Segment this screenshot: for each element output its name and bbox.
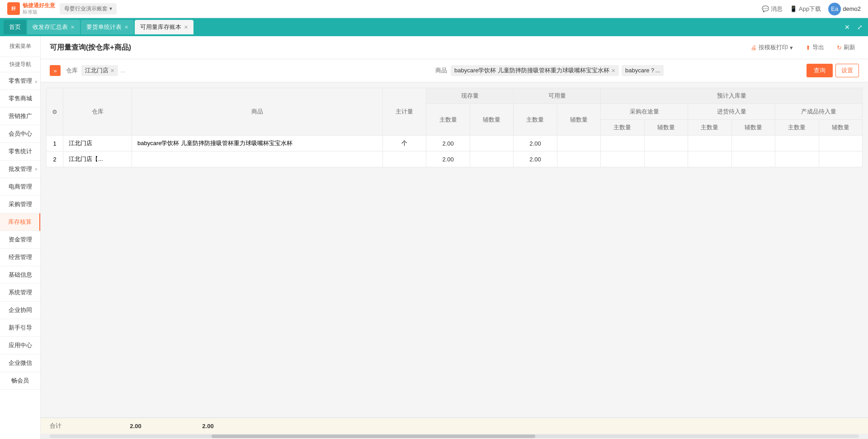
- expand-icon: ▼: [34, 167, 38, 172]
- home-tab-label: 首页: [9, 23, 21, 31]
- sidebar-item-apps[interactable]: 应用中心: [0, 337, 40, 354]
- sidebar-item-label: 新手引导: [9, 324, 32, 332]
- production-in-group: 产成品待入量: [775, 104, 863, 120]
- print-button[interactable]: 🖨 按模板打印 ▾: [747, 42, 797, 53]
- goods-aux-header: 辅数量: [731, 120, 775, 136]
- product-tag-remove[interactable]: ✕: [611, 68, 615, 74]
- warehouse-tag-remove[interactable]: ✕: [110, 68, 114, 74]
- tab-stock[interactable]: 可用量库存账本 ✕: [135, 20, 193, 34]
- sidebar-item-retail-stats[interactable]: 零售统计: [0, 143, 40, 160]
- filter-row: » 仓库 江北门店 ✕ ... 商品 babycare学饮杯 儿童防摔防撞吸管杯…: [41, 59, 868, 82]
- sidebar-item-label: 系统管理: [9, 288, 32, 297]
- stock-aux-header: 辅数量: [470, 104, 513, 136]
- brand-info: 畅捷通好生意 标准版: [23, 2, 55, 15]
- row2-goods-main: [688, 151, 731, 167]
- app-download-label: App下载: [799, 5, 821, 13]
- receipts-close-icon[interactable]: ✕: [71, 24, 75, 30]
- tab-bar-right: ✕ ⤢: [843, 23, 864, 32]
- expand-icon: ▲: [34, 79, 38, 84]
- sidebar-item-purchase[interactable]: 采购管理: [0, 196, 40, 213]
- tab-home[interactable]: 首页: [4, 20, 26, 34]
- sidebar-item-label: 畅会员: [11, 377, 29, 385]
- quick-nav-button[interactable]: 快捷导航: [0, 57, 40, 72]
- row2-warehouse: 江北门店【...: [63, 151, 132, 167]
- row1-stock-main: 2.00: [426, 136, 470, 151]
- sidebar-item-basic[interactable]: 基础信息: [0, 266, 40, 284]
- app-download-button[interactable]: 📱 App下载: [790, 5, 821, 13]
- sidebar-item-inventory[interactable]: 库存核算: [0, 213, 40, 231]
- sidebar-item-label: 零售管理: [9, 77, 32, 85]
- orders-close-icon[interactable]: ✕: [124, 24, 128, 30]
- tab-orders[interactable]: 要货单统计表 ✕: [81, 20, 134, 34]
- sidebar-item-label: 应用中心: [9, 341, 32, 349]
- close-window-button[interactable]: ✕: [843, 23, 852, 32]
- filter-actions: 查询 设置: [807, 64, 859, 77]
- sidebar-item-ecom[interactable]: 电商管理: [0, 178, 40, 196]
- sidebar-item-guide[interactable]: 新手引导: [0, 319, 40, 337]
- row1-index: 1: [47, 136, 63, 151]
- message-icon: 💬: [762, 5, 769, 12]
- footer-avail-aux: [226, 423, 262, 430]
- export-icon: ⬆: [806, 44, 811, 51]
- row1-product: babycare学饮杯 儿童防摔防撞吸管杯重力球吸嘴杯宝宝水杯: [132, 136, 383, 151]
- filter-section: 仓库 江北门店 ✕ ... 商品 babycare学饮杯 儿童防摔防撞吸管杯重力…: [66, 65, 801, 76]
- search-menu-button[interactable]: 搜索菜单: [4, 40, 37, 53]
- refresh-button[interactable]: ↻ 刷新: [833, 42, 859, 53]
- query-button[interactable]: 查询: [807, 64, 833, 77]
- row2-avail-main: 2.00: [514, 151, 557, 167]
- sidebar-item-wechat[interactable]: 企业微信: [0, 354, 40, 372]
- settings-button[interactable]: 设置: [835, 64, 859, 77]
- row1-prod-main: [775, 136, 819, 151]
- sidebar-item-label: 基础信息: [9, 271, 32, 279]
- tab-bar: 首页 收发存汇总表 ✕ 要货单统计表 ✕ 可用量库存账本 ✕ ✕ ⤢: [0, 18, 868, 36]
- industry-label: 母婴行业演示账套: [64, 5, 108, 13]
- print-dropdown-icon: ▾: [790, 44, 793, 51]
- user-area[interactable]: Ea demo2: [828, 3, 861, 15]
- sidebar-item-enterprise[interactable]: 企业协同: [0, 302, 40, 319]
- avail-main-header: 主数量: [514, 104, 557, 136]
- scrollbar-thumb[interactable]: [212, 434, 535, 438]
- stock-close-icon[interactable]: ✕: [184, 24, 188, 30]
- warehouse-more[interactable]: ...: [121, 67, 125, 74]
- stock-main-header: 主数量: [426, 104, 470, 136]
- tab-receipts[interactable]: 收发存汇总表 ✕: [27, 20, 80, 34]
- horizontal-scrollbar[interactable]: [41, 434, 868, 439]
- template-tag: 标准版: [23, 9, 55, 15]
- sidebar-item-finance[interactable]: 资金管理: [0, 231, 40, 249]
- sidebar-item-label: 电商管理: [9, 183, 32, 191]
- sidebar-item-operation[interactable]: 经营管理: [0, 249, 40, 266]
- row2-avail-aux: [557, 151, 600, 167]
- sidebar-item-member[interactable]: 会员中心: [0, 125, 40, 143]
- row1-stock-aux: [470, 136, 513, 151]
- sidebar-item-label: 经营管理: [9, 253, 32, 261]
- sidebar-item-system[interactable]: 系统管理: [0, 284, 40, 302]
- sidebar-item-batch-mgmt[interactable]: 批发管理 ▼: [0, 160, 40, 178]
- page-header: 可用量查询(按仓库+商品) 🖨 按模板打印 ▾ ⬆ 导出 ↻ 刷新: [41, 36, 868, 59]
- sidebar-item-retail-mall[interactable]: 零售商城: [0, 90, 40, 108]
- footer-bar: 合计 2.00 2.00: [41, 417, 868, 434]
- warehouse-tag-text: 江北门店: [85, 66, 108, 75]
- sidebar-item-vip[interactable]: 畅会员: [0, 372, 40, 390]
- industry-selector[interactable]: 母婴行业演示账套 ▾: [60, 3, 117, 14]
- sidebar-item-label: 企业协同: [9, 306, 32, 314]
- footer-values: 2.00 2.00: [118, 423, 859, 430]
- row1-avail-aux: [557, 136, 600, 151]
- message-button[interactable]: 💬 消息: [762, 5, 783, 13]
- export-button[interactable]: ⬆ 导出: [802, 42, 828, 53]
- product-tag-0: babycare学饮杯 儿童防摔防撞吸管杯重力球吸嘴杯宝宝水杯 ✕: [451, 65, 619, 76]
- warehouse-filter-tags: 江北门店 ✕ ...: [81, 65, 432, 76]
- row1-unit: 个: [382, 136, 426, 151]
- filter-expand-button[interactable]: »: [50, 65, 61, 76]
- sidebar-item-retail-mgmt[interactable]: 零售管理 ▲: [0, 72, 40, 90]
- maximize-window-button[interactable]: ⤢: [855, 23, 864, 32]
- goods-in-group: 进货待入量: [688, 104, 775, 120]
- footer-stock-aux: [154, 423, 190, 430]
- stock-group-header: 现存量: [426, 88, 514, 104]
- print-icon: 🖨: [751, 44, 757, 51]
- goods-main-header: 主数量: [688, 120, 731, 136]
- row2-stock-main: 2.00: [426, 151, 470, 167]
- sidebar-item-marketing[interactable]: 营销推广: [0, 108, 40, 125]
- sidebar-search-section: 搜索菜单: [0, 36, 40, 57]
- sidebar-item-label: 营销推广: [9, 112, 32, 120]
- brand-text: 畅捷通好生意: [23, 2, 55, 9]
